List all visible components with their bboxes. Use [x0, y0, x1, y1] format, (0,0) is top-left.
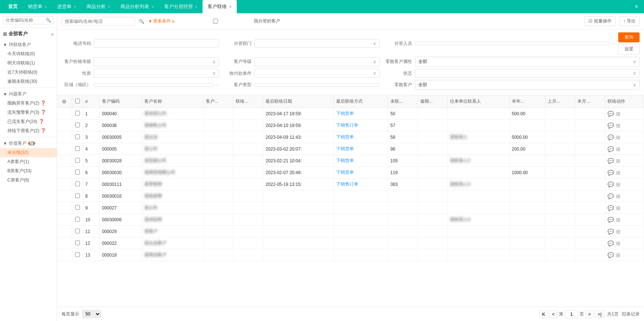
region-dots[interactable]: ···: [215, 82, 219, 88]
chat-icon[interactable]: 💬: [608, 111, 614, 117]
cust-type-select[interactable]: [254, 83, 380, 87]
last-page-button[interactable]: >|: [595, 310, 604, 318]
row-checkbox[interactable]: [72, 108, 83, 120]
nature-select[interactable]: ∨: [94, 69, 219, 78]
row-select-checkbox[interactable]: [75, 111, 80, 116]
grid-action-icon[interactable]: ⊞: [616, 252, 620, 258]
sidebar-item-overdue[interactable]: 逾期未联络(30): [0, 77, 57, 86]
row-last-method[interactable]: [334, 226, 388, 237]
sidebar-item-ungroup[interactable]: 未分组(32): [0, 148, 57, 157]
per-page-select[interactable]: 50 100 200: [82, 310, 101, 318]
price-level-select[interactable]: ∨: [94, 57, 219, 66]
search-button[interactable]: 🔍: [139, 19, 144, 24]
person-dots[interactable]: ···: [612, 41, 615, 46]
col-year-total[interactable]: 本年...: [509, 95, 545, 108]
row-checkbox[interactable]: [72, 179, 83, 190]
sidebar-item-today-pending[interactable]: 今天待联络(0): [0, 49, 57, 59]
next-page-button[interactable]: >: [585, 310, 594, 318]
grid-action-icon[interactable]: ⊞: [616, 181, 620, 187]
row-last-method[interactable]: 下销货单: [334, 167, 388, 179]
row-checkbox[interactable]: [72, 167, 83, 179]
close-icon[interactable]: ×: [45, 4, 47, 9]
row-last-method[interactable]: 下销货单: [334, 131, 388, 143]
tab-customer-tier[interactable]: 客户分层经营 ×: [159, 0, 203, 13]
row-checkbox[interactable]: [72, 202, 83, 214]
page-input[interactable]: [565, 310, 578, 318]
settings-col-header[interactable]: ⚙: [57, 95, 72, 108]
prev-page-button[interactable]: <: [549, 310, 557, 318]
row-select-checkbox[interactable]: [75, 134, 80, 139]
row-checkbox[interactable]: [72, 131, 83, 143]
col-contact[interactable]: 联络...: [233, 95, 263, 108]
close-icon[interactable]: ×: [151, 4, 154, 9]
chat-icon[interactable]: 💬: [608, 123, 614, 128]
more-conditions-button[interactable]: ▼ 更多条件 ∧: [148, 18, 175, 24]
grid-action-icon[interactable]: ⊞: [616, 146, 620, 152]
row-select-checkbox[interactable]: [75, 217, 80, 222]
collapse-icon[interactable]: «: [51, 31, 54, 37]
row-select-checkbox[interactable]: [75, 170, 80, 174]
col-overdue[interactable]: 逾期...: [418, 95, 448, 108]
reset-button[interactable]: 设置: [618, 44, 640, 54]
window-close-button[interactable]: ×: [632, 3, 641, 10]
all-customers-item[interactable]: ⊞ 全部客户 «: [0, 28, 57, 40]
grid-action-icon[interactable]: ⊞: [616, 123, 620, 128]
chat-icon[interactable]: 💬: [608, 181, 614, 187]
row-checkbox[interactable]: [72, 190, 83, 202]
sidebar-item-lost[interactable]: 已流失客户(24) ❓: [0, 117, 57, 126]
tab-product-analysis-list[interactable]: 商品分析列表 ×: [115, 0, 159, 13]
col-pending[interactable]: 未联...: [388, 95, 418, 108]
row-select-checkbox[interactable]: [75, 123, 80, 127]
sidebar-search-icon[interactable]: 🔍: [46, 18, 51, 23]
row-select-checkbox[interactable]: [75, 205, 80, 210]
grid-action-icon[interactable]: ⊞: [616, 158, 620, 164]
tab-customer-contact[interactable]: 客户联络 ×: [203, 0, 236, 13]
chat-icon[interactable]: 💬: [608, 170, 614, 176]
search-input[interactable]: [61, 17, 135, 26]
grid-action-icon[interactable]: ⊞: [616, 134, 620, 140]
col-contacts[interactable]: 往来单位联系人: [448, 95, 509, 108]
row-checkbox[interactable]: [72, 249, 83, 261]
chat-icon[interactable]: 💬: [608, 193, 614, 199]
sidebar-item-7day-pending[interactable]: 近7天待联络(0): [0, 68, 57, 77]
chat-icon[interactable]: 💬: [608, 134, 614, 140]
chat-icon[interactable]: 💬: [608, 217, 614, 223]
sidebar-item-abnormal[interactable]: 囤购异常客户(2) ❓: [0, 99, 57, 108]
row-last-method[interactable]: [334, 202, 388, 214]
row-select-checkbox[interactable]: [75, 252, 80, 257]
grid-action-icon[interactable]: ⊞: [616, 217, 620, 223]
row-checkbox[interactable]: [72, 237, 83, 249]
sidebar-item-class-a[interactable]: A类客户(1): [0, 157, 57, 166]
tab-product-analysis[interactable]: 商品分析 ×: [81, 0, 115, 13]
row-last-method[interactable]: 下销售订单: [334, 120, 388, 131]
my-customers-checkbox-label[interactable]: 我分管的客户: [179, 18, 280, 24]
payment-select[interactable]: ∨: [254, 69, 380, 78]
grid-action-icon[interactable]: ⊞: [616, 205, 620, 211]
chat-icon[interactable]: 💬: [608, 252, 614, 258]
col-last-date[interactable]: 最后联络日期: [263, 95, 334, 108]
row-last-method[interactable]: 下销货单: [334, 108, 388, 120]
tab-sales[interactable]: 销货单 ×: [23, 0, 52, 13]
checkbox-col-header[interactable]: [72, 95, 83, 108]
query-button[interactable]: 查询: [618, 32, 640, 42]
grid-action-icon[interactable]: ⊞: [616, 193, 620, 199]
chat-icon[interactable]: 💬: [608, 158, 614, 164]
phone-input[interactable]: [94, 39, 219, 48]
batch-ops-button[interactable]: ☑ 批量操作: [584, 16, 615, 26]
row-select-checkbox[interactable]: [75, 193, 80, 198]
row-checkbox[interactable]: [72, 214, 83, 226]
row-last-method[interactable]: [334, 237, 388, 249]
retail-attr-select[interactable]: 全部∨: [415, 57, 640, 67]
row-select-checkbox[interactable]: [75, 181, 80, 186]
col-last-method[interactable]: 最后联络方式: [334, 95, 388, 108]
grid-action-icon[interactable]: ⊞: [616, 170, 620, 176]
row-select-checkbox[interactable]: [75, 229, 80, 233]
status-select[interactable]: ∨: [415, 69, 640, 78]
row-checkbox[interactable]: [72, 143, 83, 155]
sidebar-item-declining[interactable]: 持续下滑客户(2) ❓: [0, 126, 57, 135]
chat-icon[interactable]: 💬: [608, 229, 614, 234]
grid-action-icon[interactable]: ⊞: [616, 229, 620, 234]
chat-icon[interactable]: 💬: [608, 146, 614, 152]
row-checkbox[interactable]: [72, 226, 83, 237]
cust-level-select[interactable]: ∨: [254, 57, 380, 66]
